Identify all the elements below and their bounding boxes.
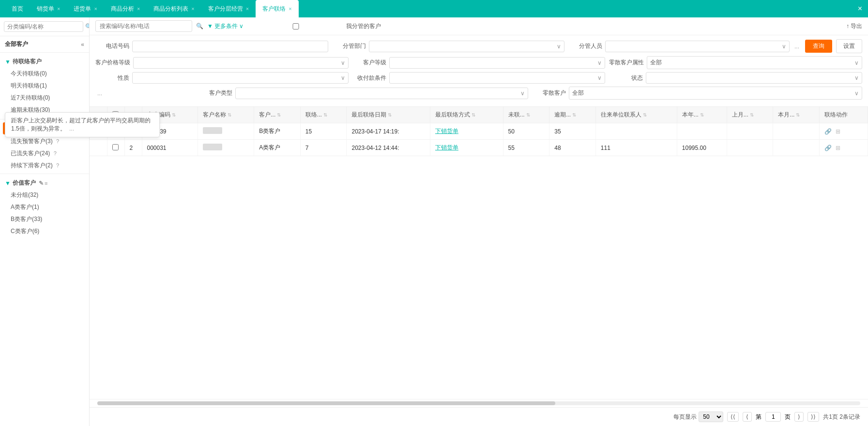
- row2-last-method[interactable]: 下销货单: [430, 140, 503, 156]
- my-customers-checkbox[interactable]: [247, 23, 344, 29]
- value-section-title[interactable]: ▼ 价值客户 ✎ ≡: [0, 177, 89, 189]
- row2-grid-icon[interactable]: ⊞: [836, 145, 840, 151]
- row2-select-checkbox[interactable]: [112, 144, 119, 150]
- nav-product-analysis-list-close[interactable]: ×: [191, 6, 194, 12]
- horizontal-scroll-track[interactable]: [90, 399, 868, 407]
- nav-sales-order-close[interactable]: ×: [57, 6, 60, 12]
- sort-method-icon[interactable]: ⇅: [472, 112, 475, 118]
- sort-lm-icon[interactable]: ⇅: [750, 112, 754, 118]
- sort-cc-icon[interactable]: ⇅: [643, 112, 647, 118]
- person-dots-button[interactable]: ...: [794, 43, 799, 50]
- extra-filters-dots[interactable]: ...: [97, 90, 102, 97]
- row1-last-method[interactable]: 下销货单: [430, 123, 503, 140]
- more-conditions-button[interactable]: ▼ 更多条件 ∨: [207, 22, 244, 30]
- row1-action: 🔗 ⊞: [819, 123, 868, 140]
- th-overdue[interactable]: 逾期...⇅: [549, 107, 596, 123]
- last-page-button[interactable]: ⟩⟩: [807, 412, 819, 422]
- sort-type-icon[interactable]: ⇅: [277, 112, 281, 118]
- row1-grid-icon[interactable]: ⊞: [836, 128, 840, 135]
- sidebar-item-unclassified[interactable]: 未分组(32): [0, 189, 89, 201]
- page-number-input[interactable]: [765, 412, 781, 422]
- first-page-button[interactable]: ⟨⟨: [727, 412, 739, 422]
- dept-select[interactable]: ∨: [369, 41, 565, 52]
- sort-tm-icon[interactable]: ⇅: [796, 112, 800, 118]
- th-last-month[interactable]: 上月...⇅: [727, 107, 773, 123]
- window-close-button[interactable]: ×: [858, 4, 862, 13]
- nav-product-analysis-list[interactable]: 商品分析列表 ×: [147, 0, 201, 17]
- row2-code[interactable]: 000031: [142, 140, 198, 156]
- th-this-year[interactable]: 本年...⇅: [677, 107, 727, 123]
- sidebar-item-7days[interactable]: 近7天待联络(0): [0, 92, 89, 104]
- sort-name-icon[interactable]: ⇅: [228, 112, 231, 118]
- sort-unpaid-icon[interactable]: ⇅: [526, 112, 530, 118]
- th-company-contacts[interactable]: 往来单位联系人⇅: [595, 107, 677, 123]
- sidebar-search-icon[interactable]: 🔍: [85, 23, 90, 30]
- th-name[interactable]: 客户名称⇅: [198, 107, 254, 123]
- row1-link-icon[interactable]: 🔗: [824, 128, 832, 135]
- price-grade-select[interactable]: ∨: [133, 57, 349, 69]
- retail-attr-select[interactable]: 全部 ∨: [647, 56, 862, 69]
- settings-button[interactable]: 设置: [836, 39, 862, 53]
- th-unpaid[interactable]: 未联...⇅: [503, 107, 549, 123]
- next-page-button[interactable]: ⟩: [794, 412, 804, 422]
- th-type[interactable]: 客户...⇅: [254, 107, 301, 123]
- sidebar-item-tomorrow[interactable]: 明天待联络(1): [0, 80, 89, 92]
- sort-overdue-icon[interactable]: ⇅: [572, 112, 576, 118]
- payment-select[interactable]: ∨: [389, 72, 606, 84]
- sidebar-item-class-a[interactable]: A类客户(1): [0, 201, 89, 213]
- nav-customer-segment[interactable]: 客户分层经营 ×: [201, 0, 256, 17]
- collapse-icon[interactable]: «: [81, 41, 84, 48]
- th-this-month[interactable]: 本月...⇅: [773, 107, 820, 123]
- sidebar-item-class-c[interactable]: C类客户(6): [0, 225, 89, 237]
- my-customers-checkbox-label[interactable]: 我分管的客户: [247, 22, 381, 30]
- person-select[interactable]: ∨: [605, 41, 790, 52]
- sidebar-item-declining[interactable]: 持续下滑客户(2) ?: [0, 160, 89, 172]
- sort-code-icon[interactable]: ⇅: [172, 112, 176, 118]
- scroll-thumb[interactable]: [97, 401, 555, 405]
- sidebar-item-today[interactable]: 今天待联络(0): [0, 68, 89, 80]
- status-select[interactable]: ∨: [646, 72, 862, 84]
- query-button[interactable]: 查询: [805, 40, 832, 53]
- sort-year-icon[interactable]: ⇅: [700, 112, 704, 118]
- sort-contacts-icon[interactable]: ⇅: [323, 112, 327, 118]
- search-input[interactable]: [95, 20, 192, 32]
- nav-product-analysis-close[interactable]: ×: [137, 6, 140, 12]
- retail-customer-select[interactable]: 全部 ∨: [569, 87, 862, 100]
- gender-label: 性质: [95, 74, 129, 82]
- sort-date-icon[interactable]: ⇅: [388, 112, 392, 118]
- phone-input[interactable]: [132, 41, 328, 52]
- per-page-select[interactable]: 10 20 50 100: [699, 411, 723, 422]
- value-section-config-icon[interactable]: ≡: [45, 180, 47, 186]
- export-button[interactable]: ↑ 导出: [846, 22, 862, 30]
- filter-icon: ▼: [207, 23, 213, 29]
- th-contacts[interactable]: 联络...⇅: [300, 107, 347, 123]
- nav-customer-contact[interactable]: 客户联络 ×: [256, 0, 298, 17]
- advanced-filters: 电话号码 分管部门 ∨ 分管人员 ∨ ...: [90, 35, 868, 107]
- value-section-edit-icon[interactable]: ✎: [39, 180, 44, 187]
- sidebar-collapse-icons[interactable]: «: [81, 41, 84, 48]
- row1-method-link[interactable]: 下销货单: [435, 128, 458, 134]
- th-last-contact-method[interactable]: 最后联络方式⇅: [430, 107, 503, 123]
- gender-select[interactable]: ∨: [132, 72, 349, 84]
- nav-home[interactable]: 首页: [5, 0, 30, 17]
- customer-type-select[interactable]: ∨: [235, 88, 529, 99]
- nav-customer-segment-close[interactable]: ×: [246, 6, 249, 12]
- customer-grade-select[interactable]: ∨: [389, 57, 606, 69]
- nav-sales-order[interactable]: 销货单 ×: [30, 0, 67, 17]
- pending-section-title[interactable]: ▼ 待联络客户: [0, 56, 89, 68]
- filter-row-1: 电话号码 分管部门 ∨ 分管人员 ∨ ...: [95, 39, 862, 53]
- row2-method-link[interactable]: 下销货单: [435, 144, 458, 151]
- customer-type-label: 客户类型: [198, 89, 232, 97]
- nav-customer-contact-close[interactable]: ×: [289, 6, 291, 12]
- nav-purchase-order-close[interactable]: ×: [94, 6, 97, 12]
- th-last-contact-date[interactable]: 最后联络日期⇅: [347, 107, 430, 123]
- category-search-input[interactable]: [4, 21, 83, 32]
- prev-page-button[interactable]: ⟨: [743, 412, 752, 422]
- nav-purchase-order[interactable]: 进货单 ×: [67, 0, 104, 17]
- sidebar-item-class-b[interactable]: B类客户(33): [0, 213, 89, 225]
- search-button[interactable]: 🔍: [196, 23, 203, 29]
- nav-product-analysis[interactable]: 商品分析 ×: [104, 0, 147, 17]
- payment-chevron-icon: ∨: [597, 74, 602, 81]
- sidebar-item-churned[interactable]: 已流失客户(24) ?: [0, 147, 89, 160]
- row2-link-icon[interactable]: 🔗: [824, 145, 832, 151]
